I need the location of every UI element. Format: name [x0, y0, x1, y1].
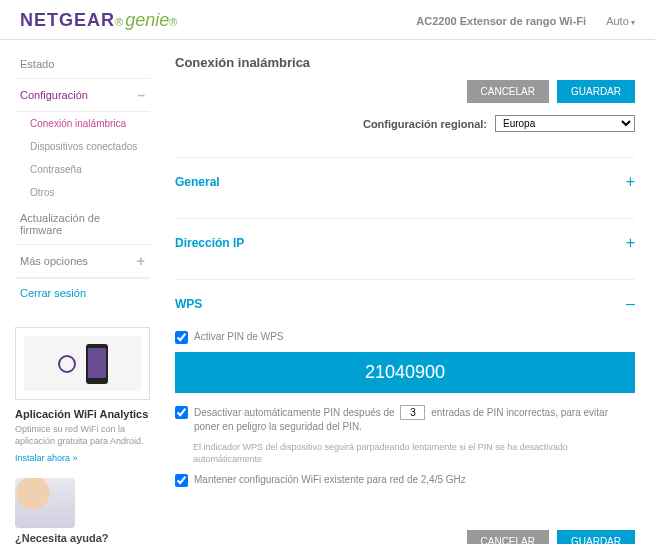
nav-configuration[interactable]: Configuración–	[15, 79, 150, 112]
promo-title: Aplicación WiFi Analytics	[15, 408, 150, 420]
page-title: Conexión inalámbrica	[175, 55, 635, 70]
enable-wps-pin-label: Activar PIN de WPS	[194, 330, 283, 344]
keep-wifi-config-label: Mantener configuración WiFi existente pa…	[194, 473, 466, 487]
nav-logout[interactable]: Cerrar sesión	[15, 278, 150, 307]
section-ip-header[interactable]: Dirección IP +	[175, 234, 635, 264]
device-name: AC2200 Extensor de rango Wi-Fi	[416, 15, 586, 27]
section-general-header[interactable]: General +	[175, 173, 635, 203]
cancel-button[interactable]: CANCELAR	[467, 80, 549, 103]
help-image	[15, 478, 150, 528]
section-general: General +	[175, 157, 635, 218]
app-icon	[58, 355, 76, 373]
header: NETGEAR ® genie ® AC2200 Extensor de ran…	[0, 0, 655, 40]
logo-genie: genie	[125, 10, 169, 31]
keep-wifi-config-checkbox[interactable]	[175, 474, 188, 487]
promo-image	[24, 336, 141, 391]
wps-pin-display: 21040900	[175, 352, 635, 393]
nav-sub-wireless[interactable]: Conexión inalámbrica	[15, 112, 150, 135]
section-wps-header[interactable]: WPS –	[175, 295, 635, 325]
nav-status[interactable]: Estado	[15, 50, 150, 79]
cancel-button-bottom[interactable]: CANCELAR	[467, 530, 549, 544]
plus-icon: +	[626, 173, 635, 191]
nav-sub-devices[interactable]: Dispositivos conectados	[15, 135, 150, 158]
section-wps: WPS – Activar PIN de WPS 21040900 Desact…	[175, 279, 635, 510]
region-select[interactable]: Europa	[495, 115, 635, 132]
sidebar: Estado Configuración– Conexión inalámbri…	[0, 40, 155, 544]
promo-box	[15, 327, 150, 400]
section-ip: Dirección IP +	[175, 218, 635, 279]
collapse-icon: –	[137, 87, 145, 103]
phone-icon	[86, 344, 108, 384]
nav-more[interactable]: Más opciones+	[15, 245, 150, 278]
logo: NETGEAR ® genie ®	[20, 10, 177, 31]
plus-icon: +	[626, 234, 635, 252]
nav-firmware[interactable]: Actualización de firmware	[15, 204, 150, 245]
pin-attempts-input[interactable]	[400, 405, 425, 420]
auto-disable-note: El indicador WPS del dispositivo seguirá…	[193, 442, 635, 465]
promo-link[interactable]: Instalar ahora »	[15, 453, 150, 463]
auto-disable-pin-checkbox[interactable]	[175, 406, 188, 419]
enable-wps-pin-checkbox[interactable]	[175, 331, 188, 344]
promo-desc: Optimice su red WiFi con la aplicación g…	[15, 424, 150, 447]
expand-icon: +	[137, 253, 145, 269]
save-button-bottom[interactable]: GUARDAR	[557, 530, 635, 544]
nav-sub-password[interactable]: Contraseña	[15, 158, 150, 181]
region-label: Configuración regional:	[363, 118, 487, 130]
minus-icon: –	[626, 295, 635, 313]
main-content: Conexión inalámbrica CANCELAR GUARDAR Co…	[155, 40, 655, 544]
auto-dropdown[interactable]: Auto	[606, 15, 635, 27]
nav-sub-others[interactable]: Otros	[15, 181, 150, 204]
save-button[interactable]: GUARDAR	[557, 80, 635, 103]
logo-netgear: NETGEAR	[20, 10, 115, 31]
help-title: ¿Necesita ayuda?	[15, 532, 150, 544]
